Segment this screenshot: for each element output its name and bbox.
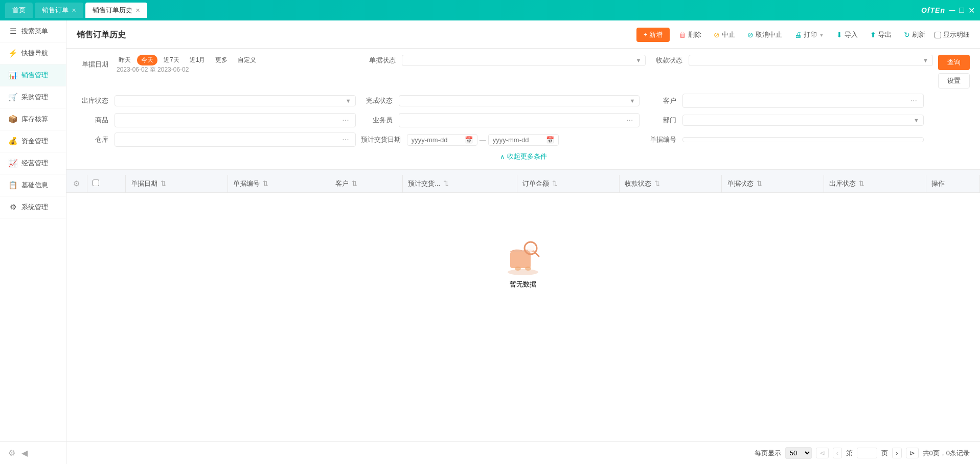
cancel-stop-button[interactable]: ⊘ 取消中止	[744, 28, 785, 41]
collapse-up-icon: ∧	[500, 153, 505, 161]
th-amount[interactable]: 订单金额 ⇅	[517, 175, 620, 193]
th-date[interactable]: 单据日期 ⇅	[126, 175, 228, 193]
svg-point-3	[527, 245, 534, 252]
payment-status-select[interactable]: ▼	[689, 55, 933, 66]
tab-sales-history-close[interactable]: ✕	[135, 7, 140, 14]
window-close[interactable]: ✕	[968, 6, 975, 15]
tab-sales-history-label: 销售订单历史	[93, 6, 132, 15]
th-payment-status[interactable]: 收款状态 ⇅	[620, 175, 722, 193]
delivery-status-label: 出库状态	[77, 96, 112, 105]
date-label: 单据日期	[77, 60, 112, 69]
th-date-label: 单据日期	[131, 180, 157, 187]
delivery-status-filter-cell: 出库状态 ▼	[77, 95, 356, 106]
window-maximize[interactable]: □	[959, 6, 964, 15]
print-button[interactable]: 🖨 打印 ▼	[791, 28, 827, 41]
calendar-to-icon[interactable]: 📅	[546, 136, 554, 144]
department-arrow-icon: ▼	[914, 117, 919, 123]
sidebar-item-finance[interactable]: 💰 资金管理	[0, 130, 66, 152]
svg-point-6	[525, 267, 531, 271]
completion-status-select[interactable]: ▼	[399, 95, 640, 106]
sidebar-item-inventory[interactable]: 📦 库存核算	[0, 108, 66, 130]
th-customer[interactable]: 客户 ⇅	[330, 175, 403, 193]
query-button[interactable]: 查询	[938, 55, 970, 70]
completion-status-label: 完成状态	[361, 96, 397, 105]
settings-button[interactable]: 设置	[938, 73, 970, 89]
next-page-button[interactable]: ›	[892, 448, 901, 458]
th-order-status[interactable]: 单据状态 ⇅	[722, 175, 824, 193]
window-minimize[interactable]: ─	[949, 6, 955, 15]
collapse-row[interactable]: ∧ 收起更多条件	[77, 150, 970, 163]
page-suffix: 页	[881, 449, 888, 458]
customer-input[interactable]: ···	[682, 94, 924, 108]
page-input[interactable]: 1	[857, 448, 877, 458]
import-button[interactable]: ⬇ 导入	[833, 28, 861, 41]
total-records: 共0页，0条记录	[923, 449, 970, 458]
date-chip-today[interactable]: 今天	[137, 55, 157, 65]
tab-sales-order-close[interactable]: ✕	[72, 7, 76, 14]
sidebar-collapse-icon[interactable]: ◀	[21, 448, 28, 458]
delivery-status-select[interactable]: ▼	[115, 95, 356, 106]
th-delivery-status[interactable]: 出库状态 ⇅	[824, 175, 926, 193]
tab-home[interactable]: 首页	[5, 3, 33, 18]
tab-sales-history[interactable]: 销售订单历史 ✕	[85, 3, 147, 18]
sidebar-item-sales[interactable]: 📊 销售管理	[0, 64, 66, 86]
system-icon: ⚙	[8, 203, 17, 212]
th-expected-delivery[interactable]: 预计交货... ⇅	[403, 175, 517, 193]
main-layout: ☰ 搜索菜单 ⚡ 快捷导航 📊 销售管理 🛒 采购管理 📦 库存核算 💰 资金管…	[0, 20, 980, 464]
th-number-label: 单据编号	[233, 180, 260, 187]
first-page-button[interactable]: ⊲	[816, 448, 829, 458]
import-icon: ⬇	[836, 31, 842, 39]
query-btn-group: 查询 设置	[938, 55, 970, 89]
department-select[interactable]: ▼	[682, 115, 924, 126]
print-arrow-icon: ▼	[819, 32, 824, 38]
sidebar-item-basic-info-label: 基础信息	[21, 181, 48, 190]
page-size-label: 每页显示	[755, 449, 781, 458]
stop-button[interactable]: ⊘ 中止	[711, 28, 738, 41]
order-status-select[interactable]: ▼	[402, 55, 646, 66]
date-chip-more[interactable]: 更多	[211, 55, 232, 65]
show-detail-checkbox-wrap: 显示明细	[935, 30, 970, 39]
table-settings-icon[interactable]: ⚙	[73, 179, 80, 188]
sidebar-item-operations[interactable]: 📈 经营管理	[0, 152, 66, 174]
th-settings: ⚙	[66, 175, 87, 193]
show-detail-checkbox[interactable]	[935, 32, 941, 38]
prev-page-button[interactable]: ‹	[833, 448, 842, 458]
new-button[interactable]: + 新增	[636, 28, 670, 42]
tab-sales-order[interactable]: 销售订单 ✕	[35, 3, 83, 18]
date-chip-custom[interactable]: 自定义	[234, 55, 260, 65]
calendar-from-icon[interactable]: 📅	[465, 136, 473, 144]
refresh-button[interactable]: ↻ 刷新	[901, 28, 928, 41]
goods-input[interactable]: ···	[115, 113, 356, 127]
warehouse-input[interactable]: ···	[115, 132, 356, 147]
delete-button[interactable]: 🗑 删除	[676, 28, 704, 41]
order-status-arrow-icon: ▼	[635, 57, 641, 63]
sidebar-item-search[interactable]: ☰ 搜索菜单	[0, 20, 66, 42]
th-delivery-status-label: 出库状态	[829, 180, 856, 187]
cancel-stop-icon: ⊘	[747, 31, 754, 39]
warehouse-label: 仓库	[77, 135, 112, 144]
finance-icon: 💰	[8, 137, 17, 146]
expected-delivery-to-input[interactable]	[493, 136, 544, 144]
export-label: 导出	[878, 30, 892, 39]
sidebar-item-quicknav[interactable]: ⚡ 快捷导航	[0, 42, 66, 64]
order-number-input[interactable]	[682, 137, 924, 142]
date-chip-yesterday[interactable]: 昨天	[115, 55, 135, 65]
select-all-checkbox[interactable]	[93, 180, 99, 186]
last-page-button[interactable]: ⊳	[906, 448, 919, 458]
goods-dots-icon: ···	[340, 116, 351, 125]
date-chip-1month[interactable]: 近1月	[186, 55, 210, 65]
expected-delivery-from-input[interactable]	[412, 136, 463, 144]
sidebar-item-purchase-label: 采购管理	[21, 93, 48, 102]
sidebar-item-basic-info[interactable]: 📋 基础信息	[0, 174, 66, 196]
page-size-select[interactable]: 20 50 100	[785, 447, 812, 459]
completion-status-arrow-icon: ▼	[629, 98, 635, 104]
th-number[interactable]: 单据编号 ⇅	[228, 175, 330, 193]
sidebar-item-purchase[interactable]: 🛒 采购管理	[0, 86, 66, 108]
export-button[interactable]: ⬆ 导出	[867, 28, 895, 41]
sidebar-item-system[interactable]: ⚙ 系统管理	[0, 196, 66, 218]
date-chip-7days[interactable]: 近7天	[159, 55, 184, 65]
brand-label: OfTEn	[921, 6, 945, 14]
salesperson-input[interactable]: ···	[399, 113, 640, 127]
export-icon: ⬆	[870, 31, 876, 39]
sidebar-settings-icon[interactable]: ⚙	[8, 448, 15, 458]
